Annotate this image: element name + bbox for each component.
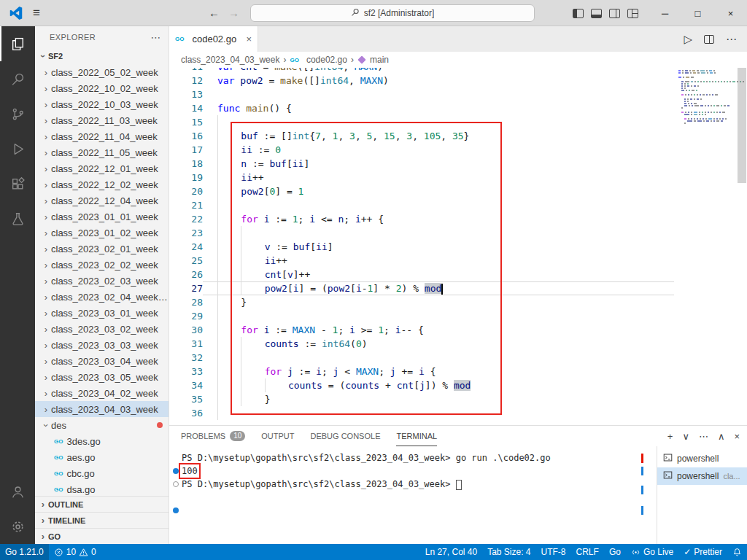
folder-item[interactable]: ›class_2023_04_02_week — [35, 385, 169, 401]
code-line[interactable]: 18 n := buf[ii] — [169, 157, 674, 171]
maximize-panel-icon[interactable]: ∧ — [718, 431, 725, 442]
folder-item[interactable]: ›class_2023_03_05_week — [35, 369, 169, 385]
code-line[interactable]: 25 ii++ — [169, 254, 674, 268]
new-terminal-icon[interactable]: + — [667, 431, 673, 442]
breadcrumb-symbol[interactable]: main — [370, 55, 389, 65]
testing-icon[interactable] — [0, 201, 35, 236]
line-number[interactable]: 28 — [169, 295, 203, 309]
code-line[interactable]: 17 ii := 0 — [169, 143, 674, 157]
panel-tab-problems[interactable]: PROBLEMS10 — [181, 426, 245, 446]
line-number[interactable]: 25 — [169, 254, 203, 268]
folder-item[interactable]: ›des — [35, 417, 169, 433]
cursor-position-status[interactable]: Ln 27, Col 40 — [420, 544, 482, 560]
file-item[interactable]: GOdsa.go — [35, 481, 169, 496]
line-number[interactable]: 17 — [169, 143, 203, 157]
folder-item[interactable]: ›class_2023_03_04_week — [35, 353, 169, 369]
code-line[interactable]: 19 ii++ — [169, 171, 674, 184]
encoding-status[interactable]: UTF-8 — [536, 544, 571, 560]
folder-item[interactable]: ›class_2023_02_03_week — [35, 273, 169, 289]
folder-item[interactable]: ›class_2023_02_01_week — [35, 241, 169, 257]
command-center-search[interactable]: sf2 [Administrator] — [250, 4, 535, 22]
code-line[interactable]: 36 — [169, 406, 674, 420]
workspace-section[interactable]: › SF2 — [35, 48, 169, 64]
line-number[interactable]: 13 — [169, 88, 203, 101]
folder-item[interactable]: ›class_2022_10_02_week — [35, 80, 169, 96]
close-icon[interactable]: × — [714, 0, 747, 26]
editor-scrollbar[interactable] — [737, 68, 747, 425]
editor-more-icon[interactable]: ⋯ — [726, 33, 737, 46]
code-line[interactable]: 27 pow2[i] = (pow2[i-1] * 2) % mod — [169, 281, 674, 295]
line-number[interactable]: 30 — [169, 323, 203, 337]
breadcrumb-file[interactable]: code02.go — [306, 55, 347, 65]
tab-close-icon[interactable]: × — [246, 34, 252, 44]
folder-item[interactable]: ›class_2023_03_03_week — [35, 337, 169, 353]
line-number[interactable]: 36 — [169, 406, 203, 420]
folder-item[interactable]: ›class_2022_11_03_week — [35, 112, 169, 128]
line-number[interactable]: 23 — [169, 226, 203, 240]
breadcrumb-folder[interactable]: class_2023_04_03_week — [181, 55, 279, 65]
folder-item[interactable]: ›class_2022_11_05_week — [35, 144, 169, 160]
search-icon[interactable] — [0, 61, 35, 96]
source-control-icon[interactable] — [0, 96, 35, 131]
maximize-icon[interactable]: □ — [681, 0, 714, 26]
section-timeline[interactable]: › TIMELINE — [35, 512, 169, 528]
folder-item[interactable]: ›class_2022_12_01_week — [35, 160, 169, 176]
code-line[interactable]: 16 buf := []int{7, 1, 3, 5, 15, 3, 105, … — [169, 129, 674, 143]
line-number[interactable]: 18 — [169, 157, 203, 171]
code-line[interactable]: 33 for j := i; j < MAXN; j += i { — [169, 365, 674, 378]
line-number[interactable]: 11 — [169, 68, 203, 74]
line-number[interactable]: 24 — [169, 240, 203, 254]
code-line[interactable]: 31 counts := int64(0) — [169, 337, 674, 351]
minimize-icon[interactable]: ─ — [649, 0, 681, 26]
folder-item[interactable]: ›class_2022_11_04_week — [35, 128, 169, 144]
close-panel-icon[interactable]: × — [734, 431, 740, 442]
line-number[interactable]: 19 — [169, 171, 203, 184]
folder-item[interactable]: ›class_2023_03_02_week — [35, 321, 169, 337]
toggle-secondary-sidebar-icon[interactable] — [609, 9, 620, 18]
folder-item[interactable]: ›class_2023_04_03_week — [35, 401, 169, 417]
terminal-list-item[interactable]: powershellcla... — [657, 467, 747, 485]
menu-icon[interactable]: ≡ — [33, 6, 40, 20]
toggle-panel-icon[interactable] — [591, 9, 602, 18]
line-number[interactable]: 33 — [169, 365, 203, 378]
code-line[interactable]: 28 } — [169, 295, 674, 309]
toggle-sidebar-icon[interactable] — [573, 9, 584, 18]
folder-item[interactable]: ›class_2022_12_04_week — [35, 192, 169, 209]
run-button[interactable]: ▷ — [684, 33, 692, 46]
code-line[interactable]: 11var cnt = make([]int64, MAXN) — [169, 68, 674, 74]
scrollbar-thumb[interactable] — [738, 68, 746, 183]
code-line[interactable]: 29 — [169, 309, 674, 323]
minimap[interactable] — [678, 69, 735, 126]
eol-status[interactable]: CRLF — [571, 544, 604, 560]
run-debug-icon[interactable] — [0, 131, 35, 166]
panel-tab-debug-console[interactable]: DEBUG CONSOLE — [311, 426, 381, 446]
code-line[interactable]: 22 for i := 1; i <= n; i++ { — [169, 212, 674, 226]
line-number[interactable]: 31 — [169, 337, 203, 351]
file-item[interactable]: GOaes.go — [35, 449, 169, 465]
code-line[interactable]: 20 pow2[0] = 1 — [169, 184, 674, 198]
code-editor[interactable]: 11var cnt = make([]int64, MAXN)12var pow… — [169, 68, 747, 425]
explorer-icon[interactable] — [0, 26, 35, 61]
line-number[interactable]: 34 — [169, 378, 203, 392]
code-line[interactable]: 24 v := buf[ii] — [169, 240, 674, 254]
file-item[interactable]: GO3des.go — [35, 433, 169, 449]
panel-tab-output[interactable]: OUTPUT — [261, 426, 294, 446]
code-line[interactable]: 32 — [169, 351, 674, 365]
line-number[interactable]: 20 — [169, 184, 203, 198]
line-number[interactable]: 32 — [169, 351, 203, 365]
folder-item[interactable]: ›class_2023_03_01_week — [35, 305, 169, 321]
problems-status[interactable]: 10 0 — [49, 544, 101, 560]
forward-icon[interactable]: → — [228, 7, 239, 19]
settings-gear-icon[interactable] — [0, 509, 35, 544]
code-line[interactable]: 23 — [169, 226, 674, 240]
back-icon[interactable]: ← — [209, 7, 220, 19]
file-item[interactable]: GOcbc.go — [35, 465, 169, 481]
section-outline[interactable]: › OUTLINE — [35, 496, 169, 512]
folder-item[interactable]: ›class_2023_01_01_week — [35, 209, 169, 225]
terminal-list-item[interactable]: powershell — [657, 450, 747, 467]
terminal-dropdown-icon[interactable]: ∨ — [682, 431, 689, 442]
command-decoration-icon[interactable] — [173, 468, 179, 474]
command-decoration-icon[interactable] — [173, 481, 179, 487]
code-line[interactable]: 14func main() { — [169, 101, 674, 115]
line-number[interactable]: 16 — [169, 129, 203, 143]
